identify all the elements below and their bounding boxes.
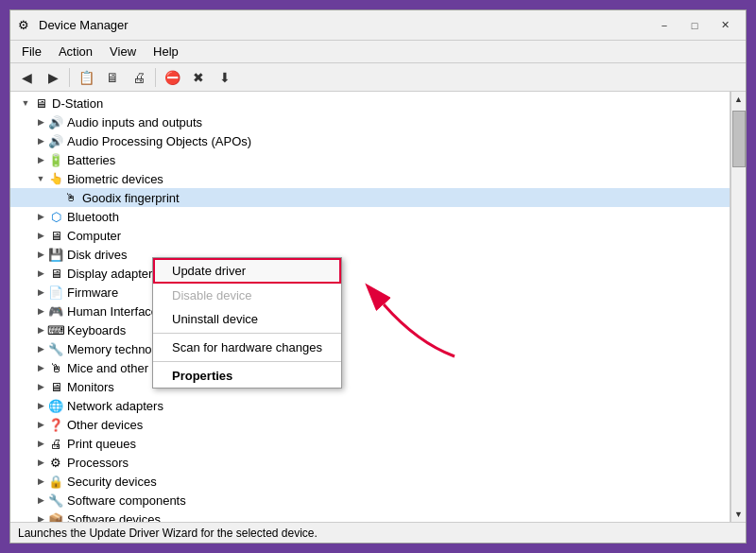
menu-help[interactable]: Help (146, 43, 186, 60)
tree-item-mice[interactable]: ▶ 🖱 Mice and other pointing devices (10, 358, 730, 377)
bluetooth-label: Bluetooth (67, 210, 119, 224)
batteries-expand-icon[interactable]: ▶ (33, 152, 48, 167)
context-menu: Update driver Disable device Uninstall d… (152, 257, 342, 389)
computer-expand-icon[interactable]: ▶ (33, 228, 48, 243)
tree-item-securitydev[interactable]: ▶ 🔒 Security devices (10, 472, 730, 491)
memory-icon: 🔧 (48, 341, 63, 356)
biometric-expand-icon[interactable]: ▼ (33, 171, 48, 186)
main-area: ▼ 🖥 D-Station ▶ 🔊 Audio inputs and outpu… (10, 92, 746, 522)
tree-item-diskdrives[interactable]: ▶ 💾 Disk drives (10, 245, 730, 264)
tree-item-bluetooth[interactable]: ▶ ⬡ Bluetooth (10, 207, 730, 226)
monitors-expand-icon[interactable]: ▶ (33, 379, 48, 394)
close-button[interactable]: ✕ (712, 16, 738, 35)
menu-bar: File Action View Help (10, 41, 746, 63)
apo-expand-icon[interactable]: ▶ (33, 133, 48, 148)
status-text: Launches the Update Driver Wizard for th… (18, 527, 318, 540)
apo-label: Audio Processing Objects (APOs) (67, 134, 251, 148)
ctx-disable-device[interactable]: Disable device (153, 284, 341, 307)
tree-item-keyboards[interactable]: ▶ ⌨ Keyboards (10, 320, 730, 339)
audio-label: Audio inputs and outputs (67, 115, 202, 130)
securitydev-label: Security devices (67, 475, 157, 489)
down-button[interactable]: ⬇ (213, 66, 237, 89)
back-button[interactable]: ◀ (14, 66, 39, 89)
tree-item-apo[interactable]: ▶ 🔊 Audio Processing Objects (APOs) (10, 131, 730, 150)
keyboards-label: Keyboards (67, 323, 126, 337)
ctx-update-driver[interactable]: Update driver (153, 258, 341, 284)
monitors-icon: 🖥 (48, 379, 63, 394)
humaninterface-expand-icon[interactable]: ▶ (33, 303, 48, 319)
ctx-scan-hardware[interactable]: Scan for hardware changes (153, 336, 341, 359)
goodix-label: Goodix fi​ngerprint (82, 191, 180, 205)
printqueues-expand-icon[interactable]: ▶ (33, 436, 48, 451)
uninstall-button[interactable]: 🖨 (127, 66, 151, 89)
tree-panel[interactable]: ▼ 🖥 D-Station ▶ 🔊 Audio inputs and outpu… (10, 92, 730, 522)
title-bar: ⚙ Device Manager − □ ✕ (10, 10, 746, 41)
otherdev-icon: ❓ (48, 417, 63, 432)
menu-view[interactable]: View (102, 43, 144, 60)
tree-item-audio[interactable]: ▶ 🔊 Audio inputs and outputs (10, 112, 730, 131)
tree-item-printqueues[interactable]: ▶ 🖨 Print queues (10, 434, 730, 453)
update-driver-button[interactable]: 🖥 (100, 66, 125, 89)
root-expand-icon[interactable]: ▼ (18, 95, 33, 111)
mice-icon: 🖱 (48, 360, 63, 375)
scrollbar[interactable]: ▲ ▼ (730, 92, 746, 522)
menu-file[interactable]: File (14, 43, 49, 60)
batteries-label: Batteries (67, 153, 115, 167)
ctx-properties[interactable]: Properties (153, 364, 341, 388)
toolbar-separator-2 (155, 68, 156, 87)
mice-expand-icon[interactable]: ▶ (33, 360, 48, 375)
diskdrives-expand-icon[interactable]: ▶ (33, 247, 48, 262)
scroll-thumb[interactable] (732, 111, 746, 167)
netadapt-expand-icon[interactable]: ▶ (33, 398, 48, 413)
status-bar: Launches the Update Driver Wizard for th… (10, 522, 746, 543)
forward-button[interactable]: ▶ (41, 66, 65, 89)
menu-action[interactable]: Action (51, 43, 100, 60)
ctx-uninstall-device[interactable]: Uninstall device (153, 307, 341, 331)
properties-button[interactable]: 📋 (74, 66, 98, 89)
tree-item-firmware[interactable]: ▶ 📄 Firmware (10, 283, 730, 302)
tree-item-softwaredev[interactable]: ▶ 📦 Software devices (10, 510, 730, 522)
tree-item-biometric[interactable]: ▼ 👆 Biometric devices (10, 169, 730, 188)
tree-item-memory[interactable]: ▶ 🔧 Memory technology devices (10, 339, 730, 358)
remove-button[interactable]: ✖ (186, 66, 211, 89)
tree-item-goodix[interactable]: 🖱 Goodix fi​ngerprint (10, 188, 730, 207)
bluetooth-expand-icon[interactable]: ▶ (33, 209, 48, 224)
tree-item-processors[interactable]: ▶ ⚙ Processors (10, 453, 730, 472)
firmware-expand-icon[interactable]: ▶ (33, 285, 48, 300)
tree-root[interactable]: ▼ 🖥 D-Station (10, 94, 730, 112)
goodix-icon: 🖱 (63, 190, 78, 205)
audio-icon: 🔊 (48, 114, 63, 130)
scroll-down-button[interactable]: ▼ (731, 507, 747, 522)
batteries-icon: 🔋 (48, 152, 63, 167)
tree-item-humaninterface[interactable]: ▶ 🎮 Human Interfa​ce Devices (10, 302, 730, 320)
memory-expand-icon[interactable]: ▶ (33, 341, 48, 356)
tree-item-otherdev[interactable]: ▶ ❓ Other devices (10, 415, 730, 434)
displayadapt-expand-icon[interactable]: ▶ (33, 266, 48, 281)
goodix-expand-icon (48, 190, 63, 205)
root-label: D-Station (52, 96, 103, 111)
scroll-up-button[interactable]: ▲ (731, 92, 747, 107)
otherdev-label: Other devices (67, 418, 143, 432)
otherdev-expand-icon[interactable]: ▶ (33, 417, 48, 432)
diskdrives-icon: 💾 (48, 247, 63, 262)
softwarecomp-label: Software components (67, 493, 186, 508)
tree-item-softwarecomp[interactable]: ▶ 🔧 Software components (10, 491, 730, 510)
softwarecomp-expand-icon[interactable]: ▶ (33, 493, 48, 508)
minimize-button[interactable]: − (651, 16, 678, 35)
securitydev-expand-icon[interactable]: ▶ (33, 474, 48, 489)
computer-device-icon: 🖥 (48, 228, 63, 243)
tree-item-computer[interactable]: ▶ 🖥 Computer (10, 226, 730, 245)
tree-item-batteries[interactable]: ▶ 🔋 Batteries (10, 150, 730, 169)
tree-item-netadapt[interactable]: ▶ 🌐 Network adapters (10, 396, 730, 415)
tree-item-monitors[interactable]: ▶ 🖥 Monitors (10, 377, 730, 396)
maximize-button[interactable]: □ (681, 16, 708, 35)
computer-icon: 🖥 (33, 95, 48, 111)
audio-expand-icon[interactable]: ▶ (33, 114, 48, 130)
displayadapt-icon: 🖥 (48, 266, 63, 281)
processors-expand-icon[interactable]: ▶ (33, 455, 48, 470)
softwaredev-expand-icon[interactable]: ▶ (33, 511, 48, 522)
scan-changes-button[interactable]: ⛔ (160, 66, 184, 89)
toolbar-separator-1 (69, 68, 70, 87)
tree-item-displayadapt[interactable]: ▶ 🖥 Display adapte​rs (10, 264, 730, 283)
netadapt-icon: 🌐 (48, 398, 63, 413)
